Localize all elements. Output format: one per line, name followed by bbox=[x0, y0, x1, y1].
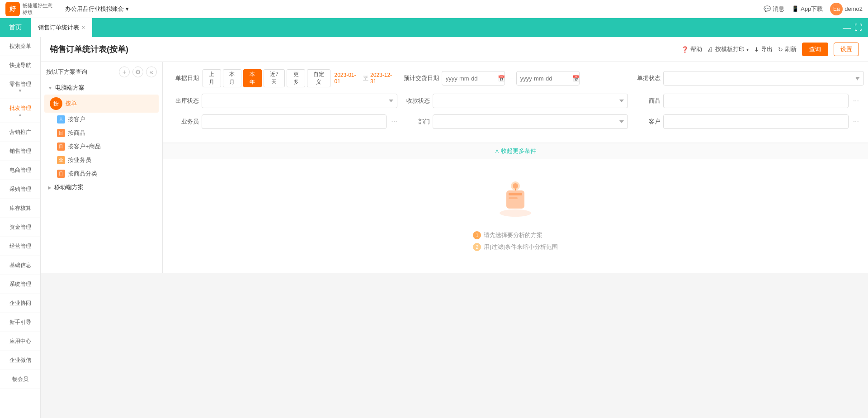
user-profile[interactable]: Ea demo2 bbox=[830, 3, 863, 15]
tree-parent-mobile[interactable]: ▶ 移动端方案 bbox=[44, 180, 159, 194]
sidebar-item-member[interactable]: 畅会员 bbox=[0, 370, 40, 389]
tree-child-by-product[interactable]: 目 按商品 bbox=[44, 126, 159, 140]
add-scheme-button[interactable]: + bbox=[119, 66, 130, 77]
hint-num-2: 2 bbox=[473, 243, 481, 251]
filter-cell-out-status: 出库状态 bbox=[172, 94, 397, 108]
sidebar-item-app-center[interactable]: 应用中心 bbox=[0, 332, 40, 351]
filter-cell-date: 单据日期 上月 本月 本年 近7天 更多 自定义 2023-01-01 bbox=[172, 69, 397, 87]
tree-expand-icon: ▼ bbox=[48, 86, 52, 90]
top-bar-right: 💬 消息 📱 App下载 Ea demo2 bbox=[764, 3, 863, 15]
expected-date-end-input[interactable] bbox=[516, 71, 580, 86]
scheme-query-label: 按以下方案查询 bbox=[46, 68, 116, 76]
filter-row-3: 业务员 ··· 部门 客户 ··· bbox=[172, 114, 859, 129]
table-icon: 目 bbox=[57, 129, 65, 137]
help-button[interactable]: ❓ 帮助 bbox=[681, 45, 702, 53]
product-label: 商品 bbox=[633, 97, 660, 105]
app-selector[interactable]: 办公用品行业模拟账套 ▾ bbox=[65, 5, 129, 13]
product-input[interactable] bbox=[663, 94, 848, 108]
settings-scheme-button[interactable]: ⚙ bbox=[132, 66, 143, 77]
sidebar-item-ecommerce[interactable]: 电商管理 bbox=[0, 161, 40, 180]
date-btn-more[interactable]: 更多 bbox=[287, 69, 305, 87]
collapse-panel-button[interactable]: « bbox=[146, 66, 157, 77]
panel-toolbar: 按以下方案查询 + ⚙ « bbox=[41, 66, 162, 81]
sidebar-item-inventory[interactable]: 库存核算 bbox=[0, 199, 40, 218]
calendar-icon-start[interactable]: 📅 bbox=[498, 75, 505, 82]
logo-area: 好 畅捷通好生意 标版 bbox=[5, 2, 52, 16]
svg-rect-2 bbox=[509, 193, 522, 195]
receive-status-select[interactable] bbox=[433, 94, 628, 108]
bar-chart-icon: 业 bbox=[57, 156, 65, 164]
date-btn-last7[interactable]: 近7天 bbox=[264, 69, 285, 87]
download-icon: 📱 bbox=[792, 5, 799, 12]
tree-child-by-category[interactable]: 目 按商品分类 bbox=[44, 167, 159, 180]
salesman-more-icon[interactable]: ··· bbox=[391, 118, 397, 126]
template-print-button[interactable]: 🖨 按模板打印 ▾ bbox=[708, 45, 749, 53]
tab-bar: 首页 销售订单统计表 × — ⛶ bbox=[0, 18, 868, 37]
refresh-icon: ↻ bbox=[778, 46, 783, 53]
out-status-label: 出库状态 bbox=[172, 97, 199, 105]
inner-layout: 按以下方案查询 + ⚙ « ▼ 电脑端方案 bbox=[41, 62, 868, 273]
tab-minimize-icon[interactable]: — bbox=[843, 23, 851, 33]
sidebar-item-system[interactable]: 系统管理 bbox=[0, 275, 40, 294]
svg-rect-3 bbox=[509, 197, 518, 199]
collapse-bar[interactable]: ∧ 收起更多条件 bbox=[163, 143, 868, 159]
customer-input[interactable] bbox=[663, 114, 848, 129]
filter-row-1: 单据日期 上月 本月 本年 近7天 更多 自定义 2023-01-01 bbox=[172, 69, 859, 87]
dept-label: 部门 bbox=[403, 118, 430, 126]
date-label: 单据日期 bbox=[172, 74, 199, 82]
svg-point-5 bbox=[513, 183, 518, 189]
tree-parent-desktop[interactable]: ▼ 电脑端方案 bbox=[44, 81, 159, 95]
calendar-icon-end[interactable]: 📅 bbox=[572, 75, 580, 82]
date-btn-last-month[interactable]: 上月 bbox=[203, 69, 221, 87]
tab-bar-actions: — ⛶ bbox=[843, 23, 868, 33]
tree-child-by-salesman[interactable]: 业 按业务员 bbox=[44, 153, 159, 167]
sidebar-item-marketing[interactable]: 营销推广 bbox=[0, 123, 40, 142]
sidebar-item-retail[interactable]: 零售管理 ▼ bbox=[0, 75, 40, 99]
app-download-button[interactable]: 📱 App下载 bbox=[792, 5, 823, 13]
query-button[interactable]: 查询 bbox=[802, 43, 828, 56]
date-btn-custom[interactable]: 自定义 bbox=[307, 69, 330, 87]
tab-home[interactable]: 首页 bbox=[0, 18, 31, 37]
sidebar-item-finance[interactable]: 资金管理 bbox=[0, 218, 40, 237]
right-panel: 单据日期 上月 本月 本年 近7天 更多 自定义 2023-01-01 bbox=[163, 62, 868, 273]
table-icon: 目 bbox=[57, 170, 65, 178]
expected-date-label: 预计交货日期 bbox=[403, 74, 439, 82]
collapse-icon: « bbox=[150, 68, 153, 76]
out-status-select[interactable] bbox=[202, 94, 397, 108]
tree-child-by-customer[interactable]: 人 按客户 bbox=[44, 113, 159, 126]
sidebar-item-enterprise-wx[interactable]: 企业微信 bbox=[0, 351, 40, 370]
sidebar-item-purchase[interactable]: 采购管理 bbox=[0, 180, 40, 199]
salesman-input[interactable] bbox=[202, 114, 387, 129]
settings-button[interactable]: 设置 bbox=[834, 43, 859, 56]
filter-row-2: 出库状态 收款状态 商品 ··· bbox=[172, 94, 859, 108]
message-button[interactable]: 💬 消息 bbox=[764, 5, 784, 13]
customer-more-icon[interactable]: ··· bbox=[853, 118, 859, 126]
product-more-icon[interactable]: ··· bbox=[853, 97, 859, 105]
tree-child-by-order[interactable]: 按 按单 bbox=[44, 95, 159, 113]
tab-maximize-icon[interactable]: ⛶ bbox=[854, 23, 863, 33]
tree-child-by-cust-prod[interactable]: 目 按客户+商品 bbox=[44, 140, 159, 153]
logo-text: 畅捷通好生意 标版 bbox=[23, 2, 52, 15]
tab-sales-stats[interactable]: 销售订单统计表 × bbox=[31, 18, 92, 37]
sidebar-item-enterprise[interactable]: 企业协同 bbox=[0, 294, 40, 313]
gear-icon: ⚙ bbox=[135, 68, 141, 76]
status-select[interactable] bbox=[663, 71, 864, 86]
export-button[interactable]: ⬇ 导出 bbox=[754, 45, 773, 53]
tab-close-icon[interactable]: × bbox=[82, 24, 85, 31]
sidebar-item-basic-info[interactable]: 基础信息 bbox=[0, 256, 40, 275]
salesman-label: 业务员 bbox=[172, 118, 199, 126]
sidebar-item-search-menu[interactable]: 搜索菜单 bbox=[0, 37, 40, 56]
sidebar-item-sales[interactable]: 销售管理 bbox=[0, 142, 40, 161]
sidebar-item-newbie[interactable]: 新手引导 bbox=[0, 313, 40, 332]
refresh-button[interactable]: ↻ 刷新 bbox=[778, 45, 797, 53]
sidebar-item-wholesale[interactable]: 批发管理 ▲ bbox=[0, 99, 40, 123]
date-btn-this-month[interactable]: 本月 bbox=[223, 69, 241, 87]
filter-cell-product: 商品 ··· bbox=[633, 94, 859, 108]
customer-label: 客户 bbox=[633, 118, 660, 126]
date-shortcuts: 上月 本月 本年 近7天 更多 自定义 bbox=[203, 69, 330, 87]
sidebar-item-quick-nav[interactable]: 快捷导航 bbox=[0, 56, 40, 75]
dept-select[interactable] bbox=[433, 114, 628, 129]
expected-date-start-input[interactable] bbox=[442, 71, 505, 86]
date-btn-this-year[interactable]: 本年 bbox=[243, 69, 262, 87]
sidebar-item-ops[interactable]: 经营管理 bbox=[0, 237, 40, 256]
